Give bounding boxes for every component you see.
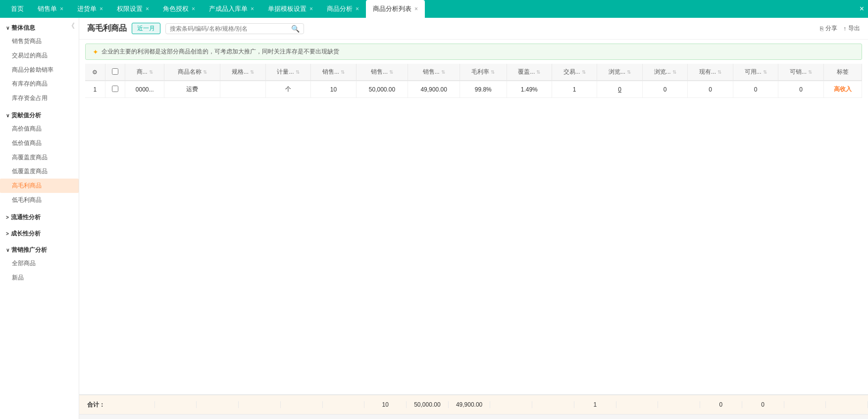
footer-cell-tag [826, 401, 868, 408]
select-all-checkbox[interactable] [112, 68, 118, 75]
sidebar-item-有库存的商品[interactable]: 有库存的商品 [0, 77, 79, 91]
col-header-salesAmt[interactable]: 销售...⇅ [356, 64, 408, 81]
footer-cell-view2 [658, 401, 700, 408]
share-button[interactable]: ⎘ 分享 [820, 24, 837, 33]
col-header-txCount[interactable]: 交易...⇅ [552, 64, 597, 81]
col-header-salesCost[interactable]: 销售...⇅ [408, 64, 460, 81]
close-tab-icon[interactable]: × [60, 5, 63, 12]
nav-item-角色授权[interactable]: 角色授权× [156, 0, 202, 18]
sidebar-item-商品分龄助销率[interactable]: 商品分龄助销率 [0, 63, 79, 77]
content-header: 高毛利商品 近一月 🔍 ⎘ 分享 ↑ 导出 [79, 18, 868, 40]
sort-icon: ⇅ [763, 69, 767, 75]
nav-item-产成品入库单[interactable]: 产成品入库单× [202, 0, 261, 18]
group-arrow-icon: > [6, 231, 9, 236]
col-header-grossMargin[interactable]: 毛利率⇅ [460, 64, 507, 81]
sidebar-group-title[interactable]: >流通性分析 [0, 210, 79, 224]
footer-cell-spec [281, 401, 323, 408]
close-tab-icon[interactable]: × [309, 5, 313, 12]
nav-item-进货单[interactable]: 进货单× [70, 0, 110, 18]
sort-icon: ⇅ [250, 69, 254, 75]
sidebar-item-高覆盖度商品[interactable]: 高覆盖度商品 [0, 150, 79, 165]
search-input[interactable] [170, 25, 291, 32]
col-header-view1[interactable]: 浏览...⇅ [597, 64, 642, 81]
sidebar-group-title[interactable]: ∨整体信息 [0, 21, 79, 34]
footer-cell-sku [197, 401, 239, 408]
col-header-stock2[interactable]: 可用...⇅ [733, 64, 778, 81]
sidebar-item-新品[interactable]: 新品 [0, 271, 79, 285]
search-icon[interactable]: 🔍 [291, 25, 300, 33]
sort-icon: ⇅ [149, 69, 153, 75]
bottom-scrollbar[interactable] [79, 414, 868, 419]
sidebar-group-title[interactable]: ∨营销推广分析 [0, 243, 79, 256]
sidebar-item-交易过的商品[interactable]: 交易过的商品 [0, 48, 79, 63]
row-tx-count: 1 [552, 81, 597, 98]
close-tab-icon[interactable]: × [146, 5, 149, 12]
sidebar-item-低价值商品[interactable]: 低价值商品 [0, 136, 79, 150]
time-filter-button[interactable]: 近一月 [132, 23, 160, 34]
export-icon: ↑ [843, 25, 846, 32]
row-sku: 0000... [125, 81, 164, 98]
sidebar-item-低毛利商品[interactable]: 低毛利商品 [0, 193, 79, 207]
sidebar-item-高价值商品[interactable]: 高价值商品 [0, 122, 79, 136]
nav-item-销售单[interactable]: 销售单× [31, 0, 70, 18]
col-header-stock1[interactable]: 现有...⇅ [688, 64, 733, 81]
footer-cell-stock2: 0 [742, 401, 784, 408]
export-label: 导出 [848, 24, 860, 33]
footer-total-label: 合计： [79, 401, 113, 409]
footer-cell-view1 [616, 401, 659, 408]
sidebar-item-全部商品[interactable]: 全部商品 [0, 256, 79, 271]
close-tab-icon[interactable]: × [100, 5, 103, 12]
col-header-view2[interactable]: 浏览...⇅ [642, 64, 687, 81]
info-text: 企业的主要的利润都是这部分商品创造的，可考虑加大推广，同时关注库存是不要出现缺货 [102, 47, 339, 56]
sidebar-collapse-button[interactable]: 《 [68, 22, 75, 31]
footer-cell-stock3 [784, 401, 826, 408]
table-wrapper: ⚙商...⇅商品名称⇅规格...⇅计量...⇅销售...⇅销售...⇅销售...… [85, 64, 862, 394]
sidebar-item-库存资金占用[interactable]: 库存资金占用 [0, 91, 79, 105]
col-header-sku[interactable]: 商...⇅ [125, 64, 164, 81]
row-tag: 高收入 [823, 81, 862, 98]
sidebar-item-高毛利商品[interactable]: 高毛利商品 [0, 179, 79, 193]
sidebar-group-title[interactable]: >成长性分析 [0, 227, 79, 240]
col-header-name[interactable]: 商品名称⇅ [164, 64, 220, 81]
nav-item-商品分析列表[interactable]: 商品分析列表× [366, 0, 425, 18]
footer-cell-grossMargin [490, 401, 532, 408]
sidebar-item-低覆盖度商品[interactable]: 低覆盖度商品 [0, 164, 79, 179]
row-sales-amt: 50,000.00 [356, 81, 408, 98]
sidebar-group: >成长性分析 [0, 224, 79, 240]
col-header-unit[interactable]: 计量...⇅ [265, 64, 310, 81]
row-index: 1 [85, 81, 105, 98]
close-all-tabs-button[interactable]: × [860, 4, 864, 13]
close-tab-icon[interactable]: × [356, 5, 359, 12]
export-button[interactable]: ↑ 导出 [843, 24, 860, 33]
row-gross-margin: 99.8% [460, 81, 507, 98]
close-tab-icon[interactable]: × [414, 5, 418, 12]
sort-icon: ⇅ [808, 69, 812, 75]
nav-item-商品分析[interactable]: 商品分析× [320, 0, 366, 18]
sidebar-item-销售货商品[interactable]: 销售货商品 [0, 34, 79, 48]
main-layout: 《 ∨整体信息销售货商品交易过的商品商品分龄助销率有库存的商品库存资金占用∨贡献… [0, 18, 868, 419]
gear-icon[interactable]: ⚙ [92, 69, 98, 76]
col-header-salesQty[interactable]: 销售...⇅ [311, 64, 356, 81]
close-tab-icon[interactable]: × [192, 5, 195, 12]
footer-cell-index [113, 401, 155, 408]
sort-icon: ⇅ [627, 69, 631, 75]
sidebar-group-title[interactable]: ∨贡献值分析 [0, 108, 79, 122]
col-header-coverage[interactable]: 覆盖...⇅ [507, 64, 552, 81]
row-checkbox[interactable] [112, 86, 118, 92]
sort-icon: ⇅ [717, 69, 721, 75]
page-title: 高毛利商品 [87, 23, 127, 34]
footer-cell-salesCost: 49,900.00 [449, 401, 491, 408]
row-sales-qty: 10 [311, 81, 356, 98]
share-label: 分享 [825, 24, 837, 33]
nav-item-权限设置[interactable]: 权限设置× [110, 0, 156, 18]
nav-item-单据模板设置[interactable]: 单据模板设置× [261, 0, 320, 18]
data-table: ⚙商...⇅商品名称⇅规格...⇅计量...⇅销售...⇅销售...⇅销售...… [85, 64, 862, 98]
col-header-stock3[interactable]: 可销...⇅ [778, 64, 823, 81]
close-tab-icon[interactable]: × [251, 5, 254, 12]
content-area: 高毛利商品 近一月 🔍 ⎘ 分享 ↑ 导出 ✦ 企业的主要的利润都是这部分商品创… [79, 18, 868, 419]
sort-icon: ⇅ [491, 69, 495, 75]
row-stock3: 0 [778, 81, 823, 98]
nav-item-首页[interactable]: 首页 [4, 0, 31, 18]
col-header-spec[interactable]: 规格...⇅ [220, 64, 265, 81]
footer-cell-unit [323, 401, 365, 408]
